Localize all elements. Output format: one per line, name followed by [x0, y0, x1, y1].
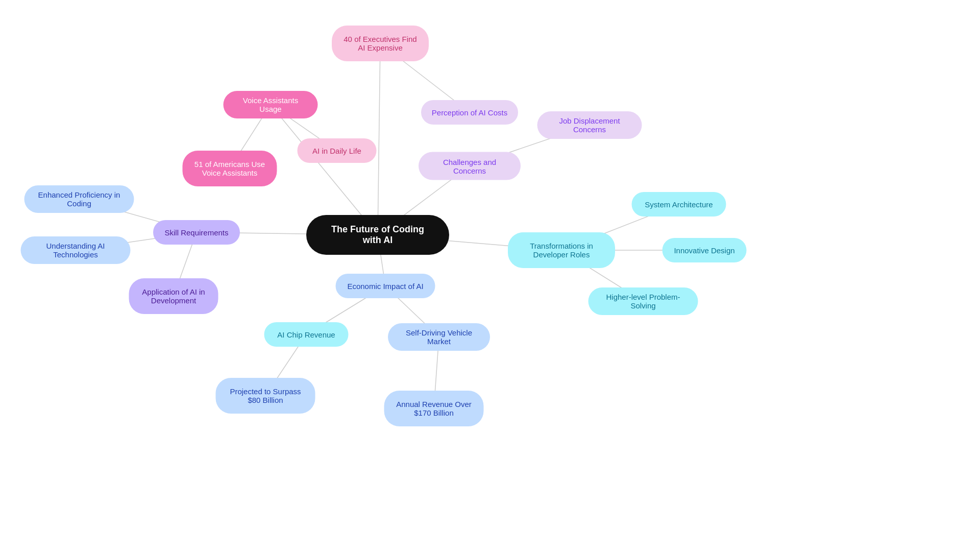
node-sys-arch[interactable]: System Architecture — [632, 192, 726, 217]
node-chip-stat[interactable]: Projected to Surpass $80 Billion — [216, 378, 315, 414]
node-voice-usage[interactable]: Voice Assistants Usage — [224, 91, 318, 118]
node-app-dev[interactable]: Application of AI in Development — [129, 278, 218, 314]
node-perception[interactable]: Perception of AI Costs — [421, 100, 518, 125]
node-chip-rev[interactable]: AI Chip Revenue — [264, 322, 349, 347]
node-auto-stat[interactable]: Annual Revenue Over $170 Billion — [384, 391, 484, 426]
node-economic[interactable]: Economic Impact of AI — [336, 274, 435, 298]
node-ai-tech[interactable]: Understanding AI Technologies — [21, 236, 131, 264]
node-innovative[interactable]: Innovative Design — [663, 238, 747, 262]
node-dev-roles[interactable]: Transformations in Developer Roles — [508, 232, 615, 268]
mindmap-container: The Future of Coding with AI40 of Execut… — [0, 0, 980, 553]
node-problem-solving[interactable]: Higher-level Problem-Solving — [589, 287, 698, 315]
node-skill-req[interactable]: Skill Requirements — [153, 220, 240, 245]
node-center[interactable]: The Future of Coding with AI — [306, 215, 449, 255]
node-self-driving[interactable]: Self-Driving Vehicle Market — [388, 323, 490, 351]
node-daily-life[interactable]: AI in Daily Life — [298, 138, 377, 163]
connections-svg — [0, 0, 980, 553]
node-executives[interactable]: 40 of Executives Find AI Expensive — [332, 26, 429, 61]
node-coding-prof[interactable]: Enhanced Proficiency in Coding — [24, 185, 134, 213]
node-challenges[interactable]: Challenges and Concerns — [419, 152, 521, 180]
node-job-displacement[interactable]: Job Displacement Concerns — [537, 111, 642, 139]
svg-line-0 — [378, 43, 380, 235]
node-voice-stat[interactable]: 51 of Americans Use Voice Assistants — [183, 151, 277, 186]
